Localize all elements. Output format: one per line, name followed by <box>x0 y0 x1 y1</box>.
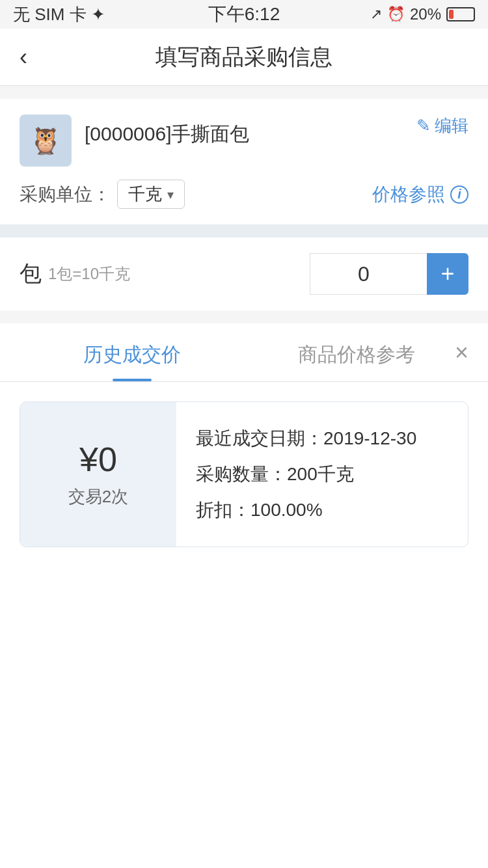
sim-text: 无 SIM 卡 ✦ <box>13 3 105 26</box>
alarm-icon: ⏰ <box>387 6 405 23</box>
status-right: ↗ ⏰ 20% <box>370 5 475 23</box>
back-button[interactable]: ‹ <box>20 44 59 71</box>
quantity-unit: 包 <box>20 259 42 289</box>
quantity-equiv: 1包=10千克 <box>48 264 130 284</box>
quantity-plus-button[interactable]: + <box>427 253 468 295</box>
price-ref-label: 价格参照 <box>372 182 445 207</box>
nav-bar: ‹ 填写商品采购信息 <box>0 29 488 86</box>
unit-value: 千克 <box>128 183 162 206</box>
history-card: ¥0 交易2次 最近成交日期：2019-12-30 采购数量：200千克 折扣：… <box>20 401 468 547</box>
product-logo-icon: 🦉 <box>29 126 62 156</box>
price-reference-button[interactable]: 价格参照 i <box>372 182 468 207</box>
arrow-icon: ↗ <box>370 6 382 23</box>
history-discount-row: 折扣：100.00% <box>196 497 448 522</box>
history-date-row: 最近成交日期：2019-12-30 <box>196 426 448 451</box>
history-price-panel: ¥0 交易2次 <box>20 402 176 547</box>
quantity-row: 包 1包=10千克 + <box>0 237 488 310</box>
page-title: 填写商品采购信息 <box>156 42 332 72</box>
page-body <box>0 567 488 868</box>
edit-label: 编辑 <box>435 115 468 137</box>
status-time: 下午6:12 <box>208 2 280 27</box>
product-thumbnail: 🦉 <box>20 115 72 167</box>
history-date-value: 2019-12-30 <box>323 428 416 448</box>
tab-active-indicator <box>113 379 152 381</box>
tab-history-price[interactable]: 历史成交价 <box>20 323 244 381</box>
battery-percent: 20% <box>410 5 441 23</box>
history-qty-row: 采购数量：200千克 <box>196 461 448 487</box>
tab-close-button[interactable]: × <box>448 332 475 373</box>
edit-icon: ✎ <box>416 116 431 136</box>
edit-button[interactable]: ✎ 编辑 <box>416 115 468 137</box>
history-price-value: ¥0 <box>79 440 117 479</box>
status-bar: 无 SIM 卡 ✦ 下午6:12 ↗ ⏰ 20% <box>0 0 488 29</box>
tab-history-label: 历史成交价 <box>83 344 181 365</box>
history-detail-panel: 最近成交日期：2019-12-30 采购数量：200千克 折扣：100.00% <box>176 402 468 547</box>
chevron-down-icon: ▾ <box>167 187 174 202</box>
product-name: [0000006]手撕面包 <box>85 115 249 148</box>
product-card: 🦉 [0000006]手撕面包 ✎ 编辑 采购单位： 千克 ▾ 价格参照 i <box>0 99 488 224</box>
status-left: 无 SIM 卡 ✦ <box>13 3 105 26</box>
info-icon: i <box>450 185 468 204</box>
section-divider <box>0 224 488 237</box>
history-discount-label: 折扣： <box>196 500 251 520</box>
history-qty-value: 200千克 <box>287 464 354 484</box>
tab-header: 历史成交价 商品价格参考 × <box>0 323 488 382</box>
history-qty-label: 采购数量： <box>196 464 287 484</box>
tab-product-price-ref[interactable]: 商品价格参考 <box>244 323 468 381</box>
unit-label-text: 采购单位： <box>20 182 111 207</box>
unit-label: 采购单位： 千克 ▾ <box>20 180 185 209</box>
history-transaction-count: 交易2次 <box>68 485 128 508</box>
quantity-label: 包 1包=10千克 <box>20 259 130 289</box>
quantity-input-group: + <box>310 253 468 295</box>
product-info-left: 🦉 [0000006]手撕面包 <box>20 115 249 167</box>
history-discount-value: 100.00% <box>251 500 323 520</box>
tab-section: 历史成交价 商品价格参考 × ¥0 交易2次 最近成交日期：2019-12-30… <box>0 323 488 868</box>
tab-price-ref-label: 商品价格参考 <box>298 344 415 365</box>
history-date-label: 最近成交日期： <box>196 428 323 448</box>
unit-select[interactable]: 千克 ▾ <box>117 180 185 209</box>
quantity-input[interactable] <box>310 253 427 295</box>
battery-icon <box>446 7 475 21</box>
